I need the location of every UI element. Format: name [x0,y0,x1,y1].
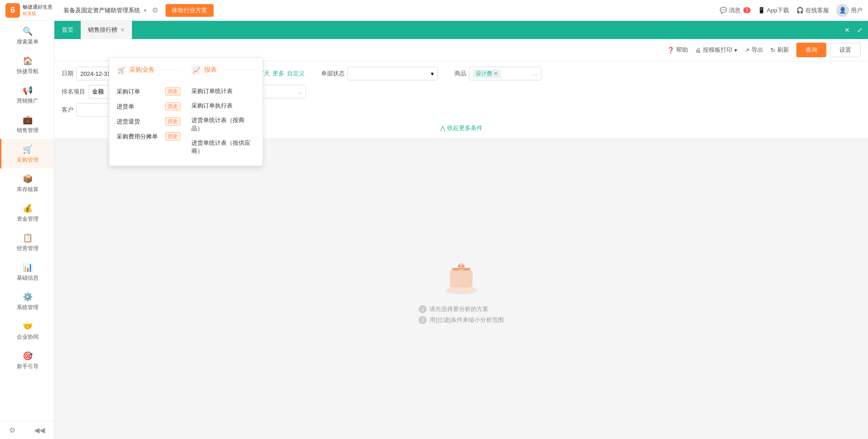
empty-state: 1 请先选择要分析的方案 2 用[过滤]条件来缩小分析范围 [54,139,868,439]
hint-text-2: 用[过滤]条件来缩小分析范围 [429,316,503,324]
svg-point-4 [458,265,460,267]
sidebar-item-purchase[interactable]: 🛒 采购管理 [0,139,54,168]
tab-close-icon[interactable]: ✕ [120,27,125,33]
app-download-action[interactable]: 📱 App下载 [758,6,789,15]
collapse-icon: ⋀ [440,125,445,132]
settings-icon[interactable]: ⚙ [152,6,158,15]
sidebar-item-marketing[interactable]: 📢 营销推广 [0,80,54,109]
online-service-action[interactable]: 🎧 在线客服 [796,6,829,15]
report-col-icon: 📈 [191,65,201,75]
guide-icon: 🎯 [23,351,33,361]
empty-hint-1: 1 请先选择要分析的方案 [419,305,503,313]
quick-date-more[interactable]: 更多 [273,69,284,78]
empty-icon [439,254,484,300]
dropdown-item-order-exec[interactable]: 采购订单执行表 [191,99,255,113]
refresh-action[interactable]: ↻ 刷新 [770,46,789,54]
user-action[interactable]: 👤 用户 [836,4,863,17]
goods-tag-close[interactable]: ✕ [493,70,498,77]
sidebar-label-sales: 销售管理 [17,127,39,134]
sidebar-item-operation[interactable]: 📋 经营管理 [0,227,54,257]
logo-icon: 6 [5,3,20,18]
purchase-col-divider [157,70,180,70]
user-label: 用户 [851,6,863,15]
dropdown-item-stock-in[interactable]: 进货单 历史 [117,99,180,114]
sidebar-label-marketing: 营销推广 [17,97,39,105]
tab-home[interactable]: 首页 [54,21,81,39]
sidebar-item-guide[interactable]: 🎯 新手引导 [0,345,54,375]
sidebar-item-system[interactable]: ⚙️ 系统管理 [0,286,54,316]
stock-return-label: 进货退货 [117,118,140,126]
print-template-action[interactable]: 🖨 按模板打印 ▾ [695,46,737,54]
message-badge: 9 [743,7,751,13]
help-icon: ❓ [667,47,674,54]
sidebar-label-operation: 经营管理 [17,245,39,252]
action-btns: 查询 设置 [796,43,861,57]
sidebar-item-quick-nav[interactable]: 🏠 快捷导航 [0,50,54,80]
message-icon: 💬 [720,7,727,14]
dropdown-item-stock-return[interactable]: 进货退货 历史 [117,114,180,129]
collapse-button[interactable]: ⋀ 收起更多条件 [440,124,483,132]
export-label: 导出 [751,46,763,54]
stock-in-label: 进货单 [117,103,134,111]
tab-maximize-icon[interactable]: ⤢ [855,25,864,35]
quick-date-custom[interactable]: 自定义 [287,69,305,78]
logo-badge: 标准版 [23,10,53,17]
set-button[interactable]: 设置 [830,43,861,57]
rank-item-label: 排名项目 [62,88,85,96]
cooperation-icon: 🤝 [23,321,33,331]
dropdown-item-purchase-order[interactable]: 采购订单 历史 [117,84,180,99]
sidebar-label-finance: 资金管理 [17,215,39,223]
tab-right-actions: ✕ ⤢ [843,25,868,35]
svg-point-5 [462,265,464,267]
sidebar-item-basic[interactable]: 📊 基础信息 [0,257,54,286]
message-action[interactable]: 💬 消息 9 [720,6,751,15]
logo-name: 畅捷通好生意 [23,4,53,10]
sidebar-label-search: 搜索菜单 [17,38,39,46]
industry-btn[interactable]: 体验行业方案 [166,4,214,17]
tab-sales-rank[interactable]: 销售排行榜 ✕ [81,21,132,39]
expense-badge: 历史 [165,132,180,141]
dropdown-item-stock-stat-goods[interactable]: 进货单统计表（按商品） [191,113,255,136]
system-dropdown-icon[interactable]: ▾ [144,7,146,14]
operation-icon: 📋 [23,233,33,243]
goods-more[interactable]: ... [533,70,537,77]
report-col-title: 报表 [204,66,217,74]
app-download-label: App下载 [767,6,789,15]
home-icon: 🏠 [23,56,33,66]
print-dropdown-icon: ▾ [734,47,737,54]
doc-status-arrow: ▾ [431,70,434,77]
stock-in-badge: 历史 [165,102,180,111]
logo-area: 6 畅捷通好生意 标准版 [5,3,60,18]
stock-stat-supplier-label: 进货单统计表（按供应商） [191,139,255,155]
tab-home-label: 首页 [62,26,73,34]
order-stat-label: 采购订单统计表 [191,87,233,95]
sidebar-item-finance[interactable]: 💰 资金管理 [0,198,54,227]
sidebar-item-cooperation[interactable]: 🤝 企业协同 [0,316,54,345]
sidebar-settings-icon[interactable]: ⚙ [9,426,15,434]
goods-tag: 设计费 ✕ [473,69,501,78]
doc-status-label: 单据状态 [321,69,345,78]
basic-icon: 📊 [23,262,33,272]
sidebar-item-search[interactable]: 🔍 搜索菜单 [0,21,54,50]
dropdown-item-expense[interactable]: 采购费用分摊单 历史 [117,129,180,144]
content-area: 首页 销售排行榜 ✕ ✕ ⤢ ❓ 帮助 🖨 按模板打印 [54,21,868,439]
export-icon: ↗ [745,47,750,54]
purchase-col-title: 采购业务 [129,66,155,74]
goods-select[interactable]: 设计费 ✕ ... [469,67,541,80]
dropdown-item-order-stat[interactable]: 采购订单统计表 [191,84,255,99]
goods-tag-text: 设计费 [476,70,492,78]
doc-status-select[interactable]: ▾ [347,67,438,80]
export-action[interactable]: ↗ 导出 [745,46,763,54]
sidebar-label-guide: 新手引导 [17,363,39,370]
sidebar-item-sales[interactable]: 💼 销售管理 [0,109,54,139]
tab-close-window-icon[interactable]: ✕ [843,25,852,35]
search-icon: 🔍 [23,26,33,36]
dropdown-item-stock-stat-supplier[interactable]: 进货单统计表（按供应商） [191,136,255,158]
filter-doc-status-item: 单据状态 ▾ [321,67,438,80]
query-button[interactable]: 查询 [796,43,826,57]
sidebar-item-inventory[interactable]: 📦 库存核算 [0,168,54,198]
sidebar-collapse-icon[interactable]: ◀◀ [34,426,45,434]
salesperson-more[interactable]: ... [297,89,302,95]
help-action[interactable]: ❓ 帮助 [667,46,688,54]
rank-item-value: 金额 [92,88,104,96]
